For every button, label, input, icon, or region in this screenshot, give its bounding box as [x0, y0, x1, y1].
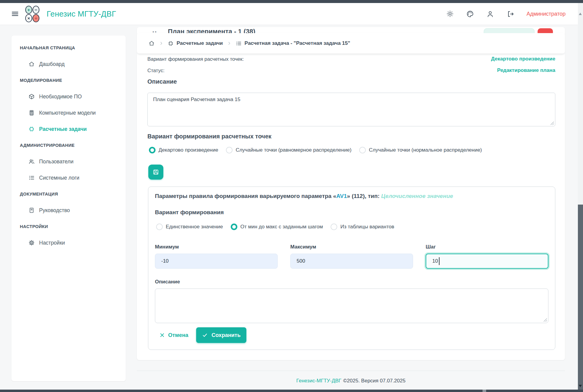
min-max-step-fields: Минимум Максимум Шаг: [155, 244, 548, 269]
horizontal-scrollbar-top[interactable]: [0, 0, 583, 3]
radio-selected-icon: [231, 224, 237, 230]
param-rule-title: Параметры правила формирования варьируем…: [155, 193, 548, 199]
sidebar-section-modeling: МОДЕЛИРОВАНИЕ: [11, 72, 126, 88]
step-label: Шаг: [426, 244, 548, 250]
sidebar-item-computer-models[interactable]: Компьютерные модели: [11, 105, 126, 121]
theme-sun-icon[interactable]: [446, 10, 454, 18]
sidebar-item-dashboard[interactable]: Дашбоард: [11, 56, 126, 72]
save-plan-button[interactable]: [148, 165, 163, 180]
save-rule-button[interactable]: Сохранить: [196, 327, 246, 343]
param-rule-card: Параметры правила формирования варьируем…: [148, 187, 555, 350]
description-heading: Описание: [147, 78, 177, 85]
radio-min-max-step[interactable]: От мин до макс с заданным шагом: [231, 224, 323, 230]
radio-selected-icon: [149, 147, 156, 153]
param-title-middle: (112), тип:: [352, 193, 380, 199]
book-icon: [28, 207, 35, 214]
breadcrumb-item-task-15[interactable]: Расчетная задача - "Расчетная задача 15": [236, 40, 350, 47]
sidebar-item-label: Необходимое ПО: [39, 94, 82, 100]
breadcrumb-home-icon[interactable]: [148, 40, 155, 47]
sidebar: НАЧАЛЬНАЯ СТРАНИЦА Дашбоард МОДЕЛИРОВАНИ…: [11, 35, 126, 381]
radio-label: Из таблицы вариантов: [340, 224, 394, 230]
rule-description-wrap: [155, 289, 548, 323]
param-title-prefix: Параметры правила формирования варьируем…: [155, 193, 332, 199]
rule-description-textarea[interactable]: [155, 289, 548, 323]
radio-label: От мин до макс с заданным шагом: [240, 224, 323, 230]
text-caret: [439, 257, 440, 265]
user-profile-icon[interactable]: [486, 10, 494, 18]
main-panel: •• План эксперимента - 1 (38) Расчетные …: [137, 27, 565, 360]
footer-divider: [137, 371, 565, 371]
cancel-button[interactable]: Отмена: [159, 332, 188, 338]
save-label: Сохранить: [211, 332, 240, 338]
list-icon: [236, 40, 242, 47]
param-quote: »: [347, 193, 350, 199]
radio-cartesian-product[interactable]: Декартово произведение: [149, 147, 218, 153]
sidebar-item-label: Системные логи: [39, 175, 79, 181]
sidebar-item-label: Руководство: [39, 207, 70, 214]
radio-label: Случайные точки (равномерное распределен…: [236, 147, 351, 153]
users-icon: [28, 158, 35, 165]
radio-from-table[interactable]: Из таблицы вариантов: [331, 224, 394, 230]
scrollbar-down-button[interactable]: [578, 382, 583, 390]
info-row-points-variant: Вариант формирования расчетных точек: Де…: [147, 56, 555, 62]
list-icon: [28, 174, 35, 181]
footer-copyright: ©2025. Версия 07.07.2025: [343, 378, 406, 384]
plan-form: Вариант формирования расчетных точек: Де…: [147, 27, 555, 360]
user-role-label[interactable]: Администратор: [526, 11, 566, 17]
horizontal-scrollbar[interactable]: [0, 390, 583, 392]
calculator-icon: [28, 110, 35, 116]
points-variant-heading: Вариант формирования расчетных точек: [147, 133, 271, 140]
sidebar-item-calc-tasks[interactable]: Расчетные задачи: [11, 121, 126, 137]
logo-plus-icon: +: [25, 6, 32, 14]
vertical-scrollbar[interactable]: [578, 3, 583, 390]
radio-single-value[interactable]: Единственное значение: [156, 224, 223, 230]
sidebar-item-users[interactable]: Пользователи: [11, 153, 126, 170]
breadcrumb-label: Расчетная задача - "Расчетная задача 15": [245, 40, 350, 46]
radio-unselected-icon: [359, 147, 366, 153]
palette-icon[interactable]: [466, 10, 474, 18]
minimum-field-group: Минимум: [155, 244, 278, 269]
sidebar-item-system-logs[interactable]: Системные логи: [11, 170, 126, 186]
plan-description-textarea[interactable]: План сценария Расчетная задача 15: [147, 93, 555, 126]
check-icon: [202, 332, 208, 338]
plan-description-wrap: План сценария Расчетная задача 15: [147, 93, 555, 126]
sidebar-section-home: НАЧАЛЬНАЯ СТРАНИЦА: [11, 40, 126, 56]
minimum-label: Минимум: [155, 244, 278, 250]
maximum-input[interactable]: [290, 254, 413, 269]
logout-icon[interactable]: [506, 10, 514, 18]
sidebar-section-settings: НАСТРОЙКИ: [11, 218, 126, 235]
step-input[interactable]: [426, 254, 548, 269]
rule-description-label: Описание: [155, 279, 180, 285]
sidebar-item-label: Расчетные задачи: [39, 126, 87, 132]
variant-heading: Вариант формирования: [155, 209, 224, 216]
radio-label: Декартово произведение: [159, 147, 218, 153]
radio-random-uniform[interactable]: Случайные точки (равномерное распределен…: [226, 147, 351, 153]
sidebar-item-manual[interactable]: Руководство: [11, 202, 126, 218]
minimum-input[interactable]: [155, 254, 278, 269]
app-header: + − × ÷ Генезис МГТУ-ДВГ Администратор: [0, 3, 583, 25]
sidebar-item-software[interactable]: Необходимое ПО: [11, 88, 126, 105]
radio-label: Единственное значение: [166, 224, 223, 230]
footer: Генезис-МГТУ-ДВГ©2025. Версия 07.07.2025: [137, 378, 565, 384]
info-label: Вариант формирования расчетных точек:: [147, 56, 244, 62]
cpu-icon: [28, 126, 35, 132]
param-name: AV1: [336, 193, 347, 199]
sidebar-section-docs: ДОКУМЕНТАЦИЯ: [11, 186, 126, 202]
sidebar-section-admin: АДМИНИСТРИРОВАНИЕ: [11, 137, 126, 153]
vertical-scrollbar-thumb[interactable]: [578, 205, 583, 385]
scrollbar-up-arrow-icon[interactable]: [579, 13, 582, 15]
hamburger-menu-icon[interactable]: [11, 10, 19, 18]
home-icon: [28, 61, 35, 67]
footer-brand-link[interactable]: Генезис-МГТУ-ДВГ: [296, 378, 341, 384]
chevron-right-icon: [159, 41, 164, 46]
logo-divide-icon: ÷: [32, 14, 39, 22]
sidebar-item-label: Пользователи: [39, 159, 73, 165]
info-value: Декартово произведение: [491, 56, 555, 62]
radio-random-normal[interactable]: Случайные точки (нормальное распределени…: [359, 147, 482, 153]
breadcrumb-item-tasks[interactable]: Расчетные задачи: [168, 40, 223, 47]
header-left: + − × ÷ Генезис МГТУ-ДВГ: [11, 6, 116, 22]
cube-icon: [28, 93, 35, 100]
cancel-label: Отмена: [168, 332, 188, 338]
header-right: Администратор: [446, 10, 566, 18]
sidebar-item-settings[interactable]: Настройки: [11, 235, 126, 251]
